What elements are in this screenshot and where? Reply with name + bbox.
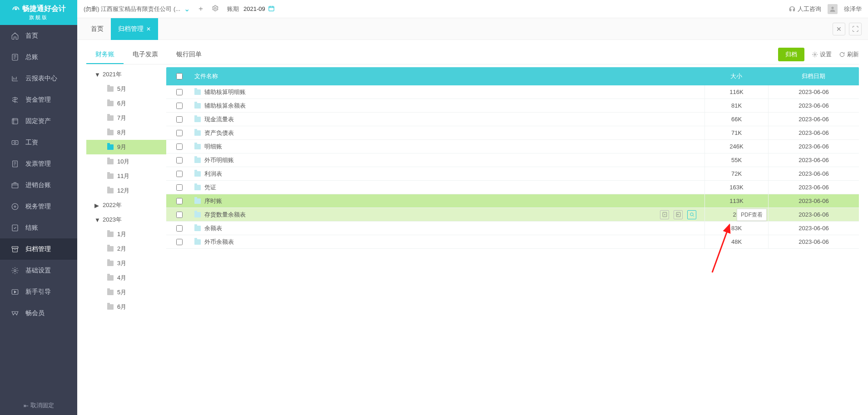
- row-checkbox[interactable]: [176, 198, 183, 204]
- row-checkbox[interactable]: [176, 171, 183, 177]
- tab-0[interactable]: 首页: [84, 18, 111, 40]
- nav-item-5[interactable]: 工资: [0, 132, 77, 153]
- tree-month-0-7[interactable]: 12月: [86, 183, 166, 198]
- nav-item-0[interactable]: 首页: [0, 25, 77, 46]
- tree-month-0-2[interactable]: 7月: [86, 111, 166, 125]
- tree-month-2-1[interactable]: 2月: [86, 242, 166, 256]
- table-row[interactable]: 凭证 163K 2023-06-06: [166, 181, 859, 194]
- row-checkbox[interactable]: [176, 239, 183, 245]
- table-row[interactable]: 外币余额表 48K 2023-06-06: [166, 235, 859, 249]
- file-size: 48K: [704, 235, 768, 248]
- refresh-link[interactable]: 刷新: [839, 50, 859, 59]
- view-pdf-icon[interactable]: [687, 210, 696, 219]
- file-name: 资产负债表: [204, 129, 234, 137]
- add-company-button[interactable]: ＋: [197, 4, 204, 14]
- row-checkbox[interactable]: [176, 89, 183, 95]
- close-icon[interactable]: ✕: [146, 26, 151, 32]
- tree-year-1[interactable]: ▶2022年: [86, 198, 166, 212]
- subtab-1[interactable]: 电子发票: [124, 50, 167, 64]
- table-row[interactable]: 利润表 72K 2023-06-06: [166, 167, 859, 181]
- year-label: 2021年: [103, 70, 122, 79]
- archive-button[interactable]: 归档: [778, 48, 804, 61]
- tree-month-0-5[interactable]: 10月: [86, 154, 166, 169]
- avatar[interactable]: [828, 4, 838, 14]
- nav-label: 总账: [25, 53, 38, 61]
- company-selector[interactable]: (勿删) 江西服宝精品有限责任公司 (...: [84, 5, 180, 13]
- consult-link[interactable]: 人工咨询: [789, 5, 821, 13]
- table-row[interactable]: 外币明细账 55K 2023-06-06: [166, 153, 859, 167]
- nav-item-1[interactable]: 总账: [0, 46, 77, 68]
- tree-month-0-0[interactable]: 5月: [86, 82, 166, 96]
- username[interactable]: 徐泽华: [844, 5, 862, 13]
- tab-1[interactable]: 归档管理✕: [111, 18, 158, 40]
- row-checkbox[interactable]: [176, 184, 183, 191]
- tree-month-2-4[interactable]: 5月: [86, 285, 166, 300]
- row-checkbox[interactable]: [176, 130, 183, 136]
- row-checkbox[interactable]: [176, 157, 183, 163]
- file-name: 存货数量余额表: [204, 211, 246, 219]
- nav-item-7[interactable]: 进销台账: [0, 174, 77, 196]
- svg-point-12: [214, 7, 216, 9]
- tax-icon: [11, 203, 19, 211]
- table-row[interactable]: 现金流量表 66K 2023-06-06: [166, 113, 859, 126]
- file-name: 外币明细账: [204, 156, 234, 164]
- subtab-2[interactable]: 银行回单: [167, 50, 211, 64]
- row-checkbox[interactable]: [176, 143, 183, 150]
- calendar-icon[interactable]: [268, 5, 275, 13]
- nav-item-10[interactable]: 归档管理: [0, 238, 77, 260]
- download-excel-icon[interactable]: [660, 210, 669, 219]
- tree-month-0-6[interactable]: 11月: [86, 169, 166, 183]
- nav-item-9[interactable]: 结账: [0, 217, 77, 238]
- row-checkbox[interactable]: [176, 225, 183, 232]
- file-name: 凭证: [204, 183, 216, 192]
- subtab-0[interactable]: 财务账: [86, 50, 124, 64]
- folder-icon: [107, 304, 114, 310]
- nav-item-4[interactable]: 固定资产: [0, 110, 77, 132]
- tree-month-0-1[interactable]: 6月: [86, 96, 166, 111]
- file-size: 81K: [704, 99, 768, 112]
- file-size: 55K: [704, 153, 768, 167]
- download-pdf-icon[interactable]: [674, 210, 683, 219]
- table-row[interactable]: 辅助核算余额表 81K 2023-06-06: [166, 99, 859, 113]
- period-value[interactable]: 2021-09: [243, 5, 265, 12]
- nav-item-8[interactable]: 税务管理: [0, 196, 77, 217]
- folder-icon: [107, 86, 114, 92]
- table-row[interactable]: 明细账 246K 2023-06-06: [166, 140, 859, 153]
- nav-item-2[interactable]: 云报表中心: [0, 68, 77, 89]
- folder-icon: [107, 246, 114, 252]
- tree-month-2-5[interactable]: 6月: [86, 300, 166, 314]
- tree-year-2[interactable]: ▼2023年: [86, 212, 166, 227]
- table-row[interactable]: 存货数量余额表 PDF查看 2K 2023-06-06: [166, 208, 859, 222]
- nav-item-3[interactable]: 资金管理: [0, 89, 77, 110]
- fullscreen-button[interactable]: ⛶: [849, 23, 862, 35]
- period-label: 账期: [227, 5, 239, 13]
- tree-month-0-4[interactable]: 9月: [86, 140, 166, 154]
- tree-month-2-0[interactable]: 1月: [86, 227, 166, 242]
- table-row[interactable]: 余额表 83K 2023-06-06: [166, 222, 859, 235]
- nav-item-12[interactable]: 新手引导: [0, 281, 77, 302]
- table-row[interactable]: 资产负债表 71K 2023-06-06: [166, 126, 859, 140]
- tree-year-0[interactable]: ▼2021年: [86, 67, 166, 82]
- row-checkbox[interactable]: [176, 212, 183, 218]
- table-row[interactable]: 序时账 113K 2023-06-06: [166, 194, 859, 208]
- close-all-tabs-button[interactable]: ✕: [833, 23, 845, 35]
- tree-month-2-2[interactable]: 3月: [86, 256, 166, 271]
- select-all-checkbox[interactable]: [176, 73, 183, 79]
- tree-month-2-3[interactable]: 4月: [86, 271, 166, 285]
- nav-item-11[interactable]: 基础设置: [0, 260, 77, 281]
- nav-item-13[interactable]: 畅会员: [0, 302, 77, 324]
- folder-icon: [107, 130, 114, 135]
- archive-date: 2023-06-06: [768, 140, 859, 153]
- row-checkbox[interactable]: [176, 103, 183, 109]
- company-settings-button[interactable]: [212, 5, 219, 14]
- chevron-down-icon[interactable]: ⌄: [184, 5, 190, 13]
- tree-month-0-3[interactable]: 8月: [86, 125, 166, 140]
- file-name: 辅助核算明细账: [204, 88, 246, 96]
- settings-link[interactable]: 设置: [812, 50, 832, 59]
- sidebar-pin-toggle[interactable]: ⇤ 取消固定: [0, 401, 77, 410]
- folder-icon: [107, 101, 114, 106]
- month-label: 6月: [117, 99, 126, 108]
- row-checkbox[interactable]: [176, 116, 183, 123]
- table-row[interactable]: 辅助核算明细账 116K 2023-06-06: [166, 85, 859, 99]
- nav-item-6[interactable]: 发票管理: [0, 153, 77, 174]
